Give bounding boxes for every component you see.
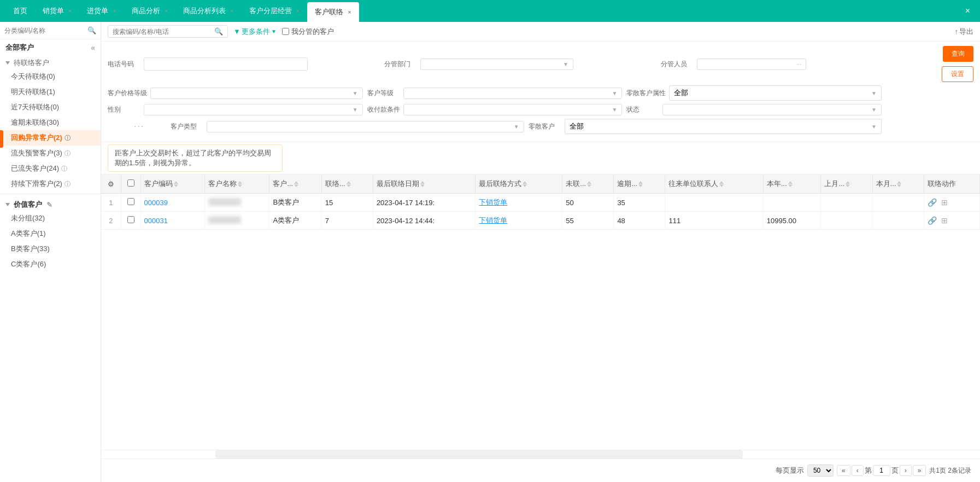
tooltip-text: 距客户上次交易时长，超过了此客户的平均交易周期的1.5倍，则视为异常。 xyxy=(108,144,283,172)
gender-select[interactable]: ▼ xyxy=(144,104,363,115)
query-button[interactable]: 查询 xyxy=(943,46,973,62)
row-1-link-icon[interactable]: 🔗 xyxy=(928,198,937,207)
sidebar-item-continuous-down[interactable]: 持续下滑客户(2) ⓘ xyxy=(0,176,101,191)
row-last-date-1: 2023-04-17 14:19: xyxy=(373,194,476,212)
payment-select[interactable]: ▼ xyxy=(403,104,623,115)
row-checkbox-1[interactable] xyxy=(121,194,140,212)
row-name-2[interactable] xyxy=(205,212,269,230)
sidebar-item-today[interactable]: 今天待联络(0) xyxy=(0,69,101,84)
customer-level-select[interactable]: ▼ xyxy=(403,88,623,99)
nav-tab-analysis-list[interactable]: 商品分析列表 × xyxy=(175,0,241,22)
table-header-row: ⚙ 客户编码 客户名称 xyxy=(101,175,980,194)
sidebar-collapse-icon[interactable]: « xyxy=(91,43,95,52)
sidebar-item-repurchase-abnormal[interactable]: 回购异常客户(2) ⓘ xyxy=(0,130,101,146)
th-last-method[interactable]: 最后联络方式 xyxy=(476,175,562,194)
row-2-link-icon[interactable]: 🔗 xyxy=(928,216,937,225)
search-icon[interactable]: 🔍 xyxy=(214,27,223,36)
row-code-1[interactable]: 000039 xyxy=(140,194,205,212)
last-page-button[interactable]: » xyxy=(913,465,926,476)
price-level-select[interactable]: ▼ xyxy=(150,88,363,99)
retail-customer-select[interactable]: 全部 ▼ xyxy=(565,119,882,134)
row-name-1[interactable] xyxy=(205,194,269,212)
row-contact-1: 15 xyxy=(321,194,373,212)
prev-page-button[interactable]: ‹ xyxy=(852,465,864,476)
th-name[interactable]: 客户名称 xyxy=(205,175,269,194)
sidebar-item-overdue[interactable]: 逾期未联络(30) xyxy=(0,115,101,130)
th-level[interactable]: 客户... xyxy=(269,175,321,194)
sidebar-search-input[interactable] xyxy=(4,27,87,34)
sidebar-group-value[interactable]: 价值客户 ✎ xyxy=(0,196,101,211)
close-sales-icon[interactable]: × xyxy=(68,8,72,14)
th-last-month[interactable]: 上月... xyxy=(821,175,872,194)
next-page-button[interactable]: › xyxy=(900,465,912,476)
th-checkbox[interactable] xyxy=(121,175,140,194)
more-filter-dots[interactable]: ··· xyxy=(134,121,144,131)
th-overdue[interactable]: 逾期... xyxy=(614,175,665,194)
sidebar-item-lost-preview[interactable]: 流失预警客户(3) ⓘ xyxy=(0,146,101,161)
close-contact-icon[interactable]: × xyxy=(348,9,351,15)
nav-tab-analysis[interactable]: 商品分析 × xyxy=(124,0,175,22)
close-analysis-icon[interactable]: × xyxy=(165,8,168,14)
row-2-checkbox[interactable] xyxy=(127,216,134,223)
th-contact[interactable]: 联络... xyxy=(321,175,373,194)
first-page-button[interactable]: « xyxy=(837,465,850,476)
search-input[interactable] xyxy=(113,28,212,36)
retail-attr-select[interactable]: 全部 ▼ xyxy=(669,85,882,101)
close-segment-icon[interactable]: × xyxy=(296,8,300,14)
nav-tab-purchase[interactable]: 进货单 × xyxy=(79,0,124,22)
horizontal-scrollbar[interactable] xyxy=(101,450,980,458)
filter-manager: 分管人员 ··· xyxy=(661,59,933,70)
th-related-contact[interactable]: 往来单位联系人 xyxy=(665,175,763,194)
select-all-checkbox[interactable] xyxy=(127,179,134,187)
close-purchase-icon[interactable]: × xyxy=(113,8,116,14)
status-select[interactable]: ▼ xyxy=(662,104,882,115)
nav-tab-customer-contact[interactable]: 客户联络 × xyxy=(307,2,359,22)
th-last-date[interactable]: 最后联络日期 xyxy=(373,175,476,194)
status-chevron-icon: ▼ xyxy=(871,107,877,113)
row-2-qr-icon[interactable]: ⊞ xyxy=(941,216,948,225)
page-input[interactable] xyxy=(873,465,890,476)
nav-tab-customer-segment[interactable]: 客户分层经营 × xyxy=(242,0,307,22)
sidebar-item-ungrouped[interactable]: 未分组(32) xyxy=(0,211,101,226)
row-last-method-2[interactable]: 下销货单 xyxy=(476,212,562,230)
row-1-checkbox[interactable] xyxy=(127,198,134,205)
window-close-button[interactable]: × xyxy=(961,6,975,16)
th-this-month[interactable]: 本月... xyxy=(872,175,924,194)
th-code[interactable]: 客户编码 xyxy=(140,175,205,194)
sidebar-search-icon[interactable]: 🔍 xyxy=(87,26,96,34)
page-size-select[interactable]: 50 xyxy=(807,464,834,477)
sidebar-item-already-lost[interactable]: 已流失客户(24) ⓘ xyxy=(0,161,101,176)
dept-select[interactable]: ▼ xyxy=(420,59,573,70)
row-code-2[interactable]: 000031 xyxy=(140,212,205,230)
sidebar-item-7days[interactable]: 近7天待联络(0) xyxy=(0,100,101,115)
more-conditions-button[interactable]: ▼ 更多条件 ▼ xyxy=(233,27,277,37)
row-last-date-2: 2023-04-12 14:44: xyxy=(373,212,476,230)
nav-tab-home[interactable]: 首页 xyxy=(5,0,35,22)
th-uncontacted[interactable]: 未联... xyxy=(562,175,614,194)
export-button[interactable]: ↑ 导出 xyxy=(955,27,974,37)
sidebar-all-customers[interactable]: 全部客户 « xyxy=(0,39,101,56)
table-row: 1 000039 B类客户 15 2023-04-17 14:19: 下销货单 … xyxy=(101,194,980,212)
th-settings[interactable]: ⚙ xyxy=(101,175,121,194)
row-checkbox-2[interactable] xyxy=(121,212,140,230)
settings-button[interactable]: 设置 xyxy=(942,66,973,82)
sidebar-item-b-class[interactable]: B类客户(33) xyxy=(0,241,101,257)
manager-select[interactable]: ··· xyxy=(697,59,806,70)
nav-tab-sales[interactable]: 销货单 × xyxy=(35,0,79,22)
sidebar-group-pending[interactable]: 待联络客户 xyxy=(0,56,101,69)
row-this-month-2 xyxy=(872,212,924,230)
phone-input[interactable] xyxy=(144,57,308,71)
my-customers-check[interactable] xyxy=(282,28,289,35)
close-analysis-list-icon[interactable]: × xyxy=(230,8,233,14)
sidebar-item-a-class[interactable]: A类客户(1) xyxy=(0,226,101,241)
value-group-edit-icon[interactable]: ✎ xyxy=(46,201,52,209)
sidebar-item-c-class[interactable]: C类客户(6) xyxy=(0,257,101,272)
my-customers-checkbox[interactable]: 我分管的客户 xyxy=(282,27,334,37)
row-num-2: 2 xyxy=(101,212,121,230)
customer-type-select[interactable]: ▼ xyxy=(207,121,524,132)
row-last-method-1[interactable]: 下销货单 xyxy=(476,194,562,212)
th-this-year[interactable]: 本年... xyxy=(763,175,821,194)
row-actions-2: 🔗 ⊞ xyxy=(924,212,979,230)
sidebar-item-tomorrow[interactable]: 明天待联络(1) xyxy=(0,84,101,100)
row-1-qr-icon[interactable]: ⊞ xyxy=(941,198,948,207)
